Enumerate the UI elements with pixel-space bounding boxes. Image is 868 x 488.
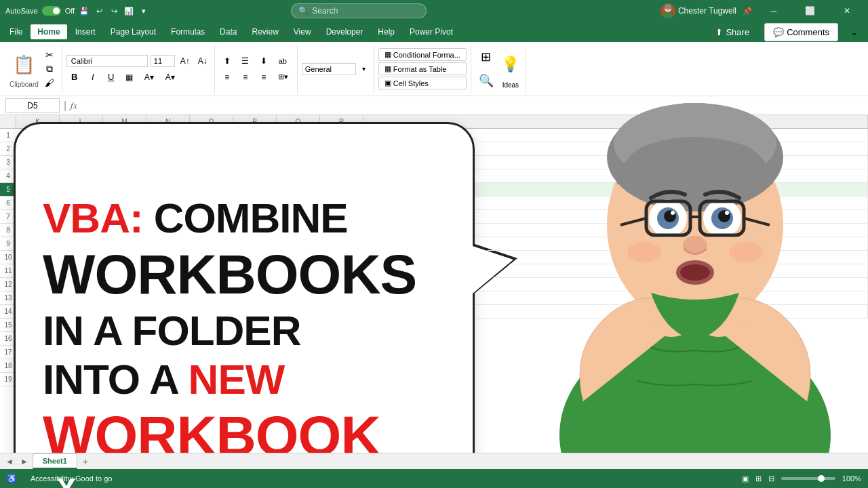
cell[interactable]: [16, 197, 60, 209]
cell[interactable]: [60, 305, 103, 318]
cell[interactable]: [103, 278, 146, 291]
cell[interactable]: [320, 183, 868, 196]
cell[interactable]: [233, 264, 277, 277]
cell[interactable]: [277, 142, 320, 155]
menu-review[interactable]: Review: [245, 24, 285, 39]
cell[interactable]: [233, 251, 277, 264]
view-pagebreak-icon[interactable]: ⊟: [768, 474, 774, 483]
cell[interactable]: [146, 142, 190, 155]
cell[interactable]: [103, 169, 146, 182]
cell[interactable]: [320, 210, 868, 223]
title-search-box[interactable]: 🔍 Search: [291, 3, 427, 18]
cut-button[interactable]: ✂: [41, 49, 58, 62]
cell[interactable]: [233, 156, 277, 169]
cell[interactable]: [277, 291, 320, 304]
close-button[interactable]: ✕: [831, 0, 863, 22]
cell[interactable]: [277, 210, 320, 223]
cell[interactable]: [320, 129, 868, 142]
cell[interactable]: [233, 237, 277, 250]
cell[interactable]: [233, 129, 277, 142]
cell[interactable]: [190, 278, 233, 291]
fill-color-button[interactable]: A▾: [140, 70, 159, 85]
cell[interactable]: [190, 237, 233, 250]
cell[interactable]: [277, 251, 320, 264]
align-right-button[interactable]: ≡: [256, 70, 272, 85]
cell[interactable]: [16, 237, 60, 250]
view-normal-icon[interactable]: ▣: [742, 474, 749, 483]
cell[interactable]: [60, 237, 103, 250]
cell[interactable]: [320, 169, 868, 182]
cell[interactable]: [277, 237, 320, 250]
cell[interactable]: [190, 224, 233, 237]
menu-view[interactable]: View: [287, 24, 318, 39]
menu-power-pivot[interactable]: Power Pivot: [403, 24, 460, 39]
cell[interactable]: [146, 305, 190, 318]
cell[interactable]: [233, 210, 277, 223]
font-size-dropdown[interactable]: 11: [151, 55, 175, 67]
view-layout-icon[interactable]: ⊞: [755, 474, 762, 483]
cell[interactable]: [146, 156, 190, 169]
cell[interactable]: [146, 169, 190, 182]
cell[interactable]: [146, 129, 190, 142]
cell[interactable]: [103, 156, 146, 169]
cell[interactable]: [233, 142, 277, 155]
cell[interactable]: [60, 291, 103, 304]
cell[interactable]: [146, 197, 190, 209]
cell[interactable]: [60, 197, 103, 209]
cell[interactable]: [233, 291, 277, 304]
restore-button[interactable]: ⬜: [795, 0, 826, 22]
comments-button[interactable]: 💬 Comments: [764, 23, 838, 41]
cell[interactable]: [233, 183, 277, 196]
font-size-decrease-button[interactable]: A↓: [195, 54, 210, 68]
menu-data[interactable]: Data: [213, 24, 243, 39]
cell[interactable]: [16, 305, 60, 318]
cell[interactable]: [16, 142, 60, 155]
cell[interactable]: [190, 305, 233, 318]
sheet-tab-sheet1[interactable]: Sheet1: [33, 453, 77, 469]
cell[interactable]: [103, 224, 146, 237]
cell[interactable]: [190, 210, 233, 223]
cell[interactable]: [277, 224, 320, 237]
cell[interactable]: [190, 264, 233, 277]
conditional-format-button[interactable]: ▦ Conditional Forma...: [378, 48, 467, 61]
cell[interactable]: [103, 210, 146, 223]
cell[interactable]: [320, 142, 868, 155]
cell[interactable]: [233, 305, 277, 318]
format-table-button[interactable]: ▦ Format as Table: [378, 62, 467, 75]
ideas-button[interactable]: 💡: [500, 49, 521, 79]
cell[interactable]: [60, 264, 103, 277]
function-icon[interactable]: 𝑓𝑥: [71, 100, 77, 111]
add-sheet-button[interactable]: +: [79, 455, 92, 468]
cell[interactable]: [320, 224, 868, 237]
cell[interactable]: [16, 129, 60, 142]
cell[interactable]: [16, 251, 60, 264]
cell[interactable]: [60, 129, 103, 142]
cell[interactable]: [190, 156, 233, 169]
cell[interactable]: [277, 169, 320, 182]
cell[interactable]: [146, 278, 190, 291]
cell[interactable]: [16, 169, 60, 182]
cell[interactable]: [233, 278, 277, 291]
pin-icon[interactable]: 📌: [742, 5, 753, 16]
cell[interactable]: [320, 278, 868, 291]
cell[interactable]: [146, 251, 190, 264]
cell[interactable]: [320, 197, 868, 209]
border-button[interactable]: ▦: [121, 70, 138, 85]
cell[interactable]: [190, 129, 233, 142]
cell[interactable]: [60, 156, 103, 169]
cell[interactable]: [60, 251, 103, 264]
align-left-button[interactable]: ≡: [219, 70, 235, 85]
menu-home[interactable]: Home: [31, 24, 66, 39]
format-painter-button[interactable]: 🖌: [41, 77, 58, 89]
cell[interactable]: [233, 224, 277, 237]
cell[interactable]: [16, 183, 60, 196]
menu-help[interactable]: Help: [371, 24, 401, 39]
cell[interactable]: [60, 210, 103, 223]
cell[interactable]: [190, 142, 233, 155]
cell[interactable]: [103, 291, 146, 304]
cell[interactable]: [146, 237, 190, 250]
cell[interactable]: [16, 291, 60, 304]
menu-developer[interactable]: Developer: [319, 24, 370, 39]
cell[interactable]: [60, 169, 103, 182]
menu-file[interactable]: File: [3, 24, 29, 39]
